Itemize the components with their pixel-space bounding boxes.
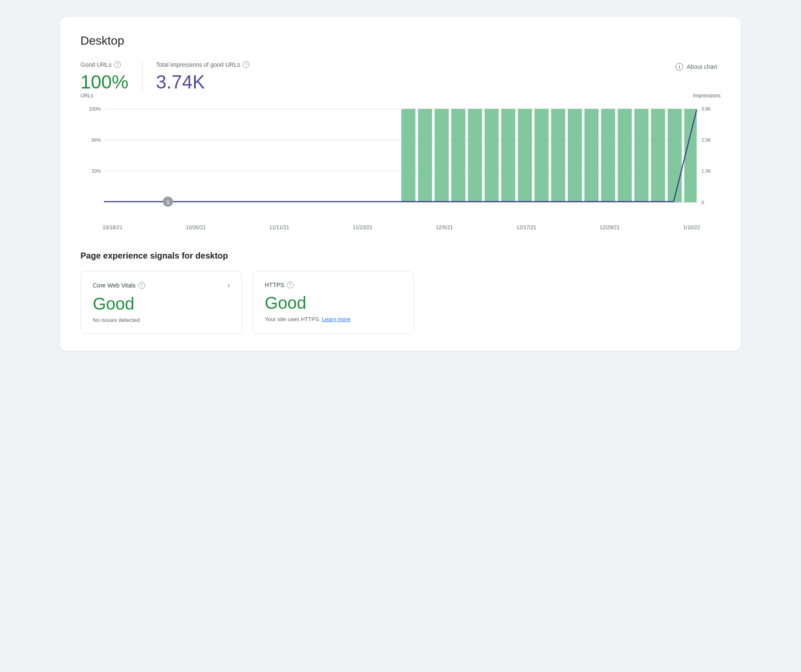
x-label-4: 11/23/21	[352, 225, 372, 231]
https-card: HTTPS ? Good Your site uses HTTPS. Learn…	[252, 271, 414, 334]
core-web-vitals-card[interactable]: Core Web Vitals ? › Good No issues detec…	[80, 271, 242, 334]
chart-container: URLs Impressions 100% 66% 33%	[80, 93, 721, 231]
x-label-7: 12/29/21	[600, 225, 620, 231]
svg-rect-22	[568, 109, 582, 202]
about-chart-button[interactable]: i About chart	[672, 61, 721, 72]
chart-svg: 100% 66% 33% 3.8K 2.5K 1.3K 0	[80, 100, 721, 219]
svg-text:100%: 100%	[89, 106, 101, 111]
core-web-vitals-desc: No issues detected	[93, 317, 230, 323]
main-card: Desktop Good URLs ? 100% Total impressio…	[60, 17, 741, 351]
x-axis-labels: 10/18/21 10/30/21 11/11/21 11/23/21 12/5…	[80, 223, 721, 231]
https-help-icon[interactable]: ?	[287, 282, 294, 288]
total-impressions-label: Total impressions of good URLs ?	[156, 61, 250, 68]
svg-rect-21	[551, 109, 565, 202]
page-title: Desktop	[80, 34, 721, 48]
about-chart-icon: i	[675, 63, 683, 71]
https-learn-more-link[interactable]: Learn more	[322, 316, 350, 322]
metrics-section: Good URLs ? 100% Total impressions of go…	[80, 61, 721, 93]
good-urls-value: 100%	[80, 71, 129, 93]
x-label-8: 1/10/22	[683, 225, 700, 231]
core-web-vitals-label: Core Web Vitals	[93, 282, 136, 289]
axis-headers: URLs Impressions	[80, 93, 721, 99]
x-label-2: 10/30/21	[186, 225, 206, 231]
y-axis-right-label: Impressions	[693, 93, 721, 99]
svg-text:33%: 33%	[92, 168, 101, 174]
core-web-vitals-value: Good	[93, 294, 230, 313]
svg-rect-24	[601, 109, 615, 202]
https-value: Good	[265, 293, 402, 313]
svg-text:2.5K: 2.5K	[701, 137, 711, 142]
core-web-vitals-header: Core Web Vitals ? ›	[93, 282, 230, 289]
good-urls-help-icon[interactable]: ?	[114, 61, 121, 68]
core-web-vitals-help-icon[interactable]: ?	[138, 282, 145, 289]
x-label-1: 10/18/21	[103, 225, 123, 231]
x-label-5: 12/5/21	[436, 225, 453, 231]
svg-text:0: 0	[701, 200, 704, 205]
svg-rect-14	[435, 109, 449, 202]
svg-rect-18	[501, 109, 515, 202]
https-header: HTTPS ?	[265, 282, 402, 288]
signals-title: Page experience signals for desktop	[80, 251, 721, 261]
core-web-vitals-arrow-icon: ›	[228, 282, 230, 289]
svg-rect-28	[668, 109, 682, 202]
signals-cards: Core Web Vitals ? › Good No issues detec…	[80, 271, 721, 334]
svg-rect-26	[634, 109, 648, 202]
x-label-3: 11/11/21	[269, 225, 289, 231]
https-label: HTTPS	[265, 282, 284, 288]
good-urls-label: Good URLs ?	[80, 61, 129, 68]
svg-rect-27	[651, 109, 665, 202]
svg-rect-19	[518, 109, 532, 202]
chart-area: 100% 66% 33% 3.8K 2.5K 1.3K 0	[80, 100, 721, 219]
svg-text:3.8K: 3.8K	[701, 106, 711, 111]
total-impressions-metric: Total impressions of good URLs ? 3.74K	[156, 61, 263, 93]
x-label-6: 12/17/21	[516, 225, 536, 231]
metrics-left: Good URLs ? 100% Total impressions of go…	[80, 61, 277, 93]
svg-text:1.3K: 1.3K	[701, 168, 711, 174]
svg-rect-20	[535, 109, 549, 202]
svg-rect-16	[468, 109, 482, 202]
svg-rect-12	[401, 109, 415, 202]
signals-section: Page experience signals for desktop Core…	[80, 251, 721, 334]
svg-rect-13	[418, 109, 432, 202]
svg-text:1: 1	[166, 199, 169, 205]
svg-text:66%: 66%	[92, 137, 101, 142]
svg-rect-17	[485, 109, 499, 202]
svg-rect-29	[684, 109, 697, 202]
total-impressions-value: 3.74K	[156, 71, 250, 93]
https-desc: Your site uses HTTPS. Learn more	[265, 316, 402, 322]
svg-rect-15	[451, 109, 465, 202]
svg-rect-23	[584, 109, 598, 202]
good-urls-metric: Good URLs ? 100%	[80, 61, 143, 93]
y-axis-left-label: URLs	[80, 93, 93, 99]
svg-rect-25	[618, 109, 632, 202]
total-impressions-help-icon[interactable]: ?	[243, 61, 249, 68]
